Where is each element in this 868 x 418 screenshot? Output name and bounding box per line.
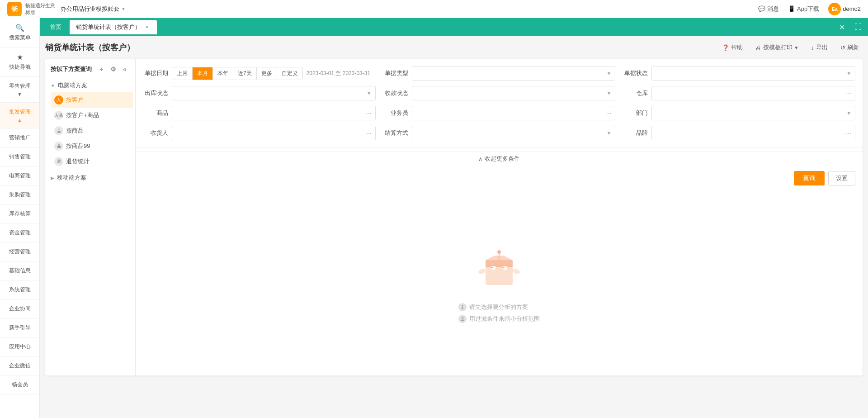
sidebar-item-operations[interactable]: 经营管理 — [0, 242, 39, 261]
sidebar-item-search[interactable]: 🔍 搜索菜单 — [0, 18, 39, 48]
sidebar-item-inventory[interactable]: 库存核算 — [0, 204, 39, 223]
sidebar-item-appcenter[interactable]: 应用中心 — [0, 337, 39, 356]
doc-status-select[interactable]: ▼ — [651, 66, 855, 81]
user-area[interactable]: Ea demo2 — [828, 3, 861, 15]
filter-row-4: 收货人 ··· 结算方式 ▼ — [143, 126, 855, 140]
sidebar-item-sales[interactable]: 销售管理 — [0, 147, 39, 166]
sidebar-item-label: 电商管理 — [9, 172, 31, 180]
date-tab-this-month[interactable]: 本月 — [193, 67, 213, 80]
sidebar-item-workwx[interactable]: 企业微信 — [0, 356, 39, 375]
date-tab-last-month[interactable]: 上月 — [172, 67, 193, 80]
salesman-select[interactable]: ··· — [412, 106, 616, 120]
tree-leaf-by-customer[interactable]: 人 按客户 — [51, 92, 133, 108]
sidebar-item-enterprise[interactable]: 企业协同 — [0, 299, 39, 318]
tree-group-mobile-header[interactable]: ▶ 移动端方案 — [47, 171, 133, 185]
date-tab-this-year[interactable]: 本年 — [213, 67, 233, 80]
download-icon: 📱 — [788, 5, 795, 12]
scheme-icon: 品 — [54, 142, 63, 151]
sidebar-item-label: 销售管理 — [9, 153, 31, 161]
tab-sales-stats[interactable]: 销货单统计表（按客户） × — [70, 20, 157, 34]
logo-area: 畅 畅捷通好生意 标版 — [7, 2, 55, 16]
sidebar-item-system[interactable]: 系统管理 — [0, 280, 39, 299]
svg-point-9 — [512, 268, 520, 275]
sidebar-item-label: 应用中心 — [9, 343, 31, 351]
brand-select[interactable]: ··· — [651, 126, 855, 140]
filter-receiver: 收货人 ··· — [143, 126, 376, 140]
sidebar-item-label: 零售管理 — [9, 82, 31, 90]
help-icon: ❓ — [722, 44, 729, 51]
date-tab-more[interactable]: 更多 — [257, 67, 277, 80]
export-button[interactable]: ↓ 导出 — [808, 42, 832, 53]
out-status-select[interactable]: ▼ — [172, 86, 376, 100]
payment-method-select[interactable]: ▼ — [412, 126, 616, 140]
tree-leaf-by-goods99[interactable]: 品 按商品99 — [51, 138, 133, 154]
salesman-label: 业务员 — [383, 109, 408, 117]
receipt-status-label: 收款状态 — [383, 89, 408, 97]
date-range-text: 2023-03-01 至 2023-03-31 — [307, 70, 370, 77]
sidebar-item-beginner[interactable]: 新手引导 — [0, 318, 39, 337]
query-button[interactable]: 查询 — [794, 171, 825, 185]
settings-button[interactable]: 设置 — [828, 171, 855, 185]
filter-out-status: 出库状态 ▼ — [143, 86, 376, 100]
tree-leaf-return-stats[interactable]: 退 退货统计 — [51, 154, 133, 169]
scheme-panel-actions: + ⚙ « — [96, 64, 130, 74]
window-close-button[interactable]: ✕ — [835, 21, 848, 33]
sidebar-item-wholesale[interactable]: 批发管理 ▲ — [0, 103, 39, 128]
sidebar-item-label: 搜索菜单 — [9, 34, 31, 42]
app-download-button[interactable]: 📱 App下载 — [788, 5, 819, 13]
tab-close-button[interactable]: × — [143, 24, 151, 31]
date-filter-control: 上月 本月 本年 近7天 更多 自定义 2023-03-01 至 2023-03… — [172, 67, 376, 80]
sidebar-item-label: 营销推广 — [9, 134, 31, 142]
collapse-button[interactable]: ∧ 收起更多条件 — [136, 152, 863, 166]
refresh-button[interactable]: ↺ 刷新 — [837, 42, 863, 53]
sidebar-item-member[interactable]: 畅会员 — [0, 375, 39, 394]
window-maximize-button[interactable]: ⛶ — [852, 21, 864, 33]
scheme-icon: 人品 — [54, 111, 63, 120]
tree-leaf-by-customer-goods[interactable]: 人品 按客户+商品 — [51, 108, 133, 123]
sidebar-item-finance[interactable]: 资金管理 — [0, 223, 39, 242]
sidebar-item-label: 资金管理 — [9, 229, 31, 237]
help-button[interactable]: ❓ 帮助 — [718, 42, 746, 53]
page-content: 销货单统计表（按客户） ❓ 帮助 🖨 按模板打印 ▼ ↓ 导出 — [40, 36, 868, 418]
sidebar-item-quicknav[interactable]: ★ 快捷导航 — [0, 48, 39, 77]
sidebar-item-label: 系统管理 — [9, 286, 31, 294]
date-tab-custom[interactable]: 自定义 — [277, 67, 302, 80]
warehouse-select[interactable]: ··· — [651, 86, 855, 100]
print-button[interactable]: 🖨 按模板打印 ▼ — [752, 42, 802, 53]
receiver-label: 收货人 — [143, 129, 168, 137]
sidebar-item-label: 采购管理 — [9, 191, 31, 199]
tree-leaf-by-goods[interactable]: 品 按商品 — [51, 123, 133, 138]
logo-icon: 畅 — [7, 2, 22, 16]
app-selector[interactable]: 办公用品行业模拟账套 ▼ — [61, 5, 126, 13]
sidebar-item-marketing[interactable]: 营销推广 — [0, 128, 39, 147]
hint-number-2: 2 — [458, 315, 467, 323]
dept-select[interactable]: ▼ — [651, 106, 855, 120]
chevron-down-icon: ▼ — [51, 83, 55, 88]
sidebar-item-ecommerce[interactable]: 电商管理 — [0, 166, 39, 185]
filter-brand: 品牌 ··· — [623, 126, 855, 140]
main-layout: 🔍 搜索菜单 ★ 快捷导航 零售管理 ▼ 批发管理 ▲ 营销推广 销售管理 电商… — [0, 18, 868, 418]
search-icon: 🔍 — [15, 24, 24, 32]
more-icon: ··· — [366, 129, 372, 137]
doc-type-select[interactable]: ▼ — [412, 66, 616, 81]
tab-home[interactable]: 首页 — [43, 20, 68, 34]
receiver-select[interactable]: ··· — [172, 126, 376, 140]
date-tab-7days[interactable]: 近7天 — [233, 67, 257, 80]
goods-select[interactable]: ··· — [172, 106, 376, 120]
print-icon: 🖨 — [755, 44, 761, 51]
sidebar-item-label: 企业协同 — [9, 305, 31, 313]
filter-row-3: 商品 ··· 业务员 ··· — [143, 106, 855, 120]
receipt-status-select[interactable]: ▼ — [412, 86, 616, 100]
filter-doc-type: 单据类型 ▼ — [383, 66, 616, 81]
logo-text: 畅捷通好生意 标版 — [25, 2, 55, 15]
filter-doc-status: 单据状态 ▼ — [623, 66, 855, 81]
tree-group-desktop-header[interactable]: ▼ 电脑端方案 — [47, 79, 133, 92]
scheme-collapse-button[interactable]: « — [120, 64, 130, 74]
scheme-settings-button[interactable]: ⚙ — [108, 64, 118, 74]
sidebar-item-basic-info[interactable]: 基础信息 — [0, 261, 39, 280]
sidebar-item-retail[interactable]: 零售管理 ▼ — [0, 77, 39, 103]
sidebar-item-purchase[interactable]: 采购管理 — [0, 185, 39, 204]
message-button[interactable]: 💬 消息 — [758, 5, 779, 13]
chevron-icon: ▲ — [18, 118, 22, 123]
add-scheme-button[interactable]: + — [96, 64, 106, 74]
